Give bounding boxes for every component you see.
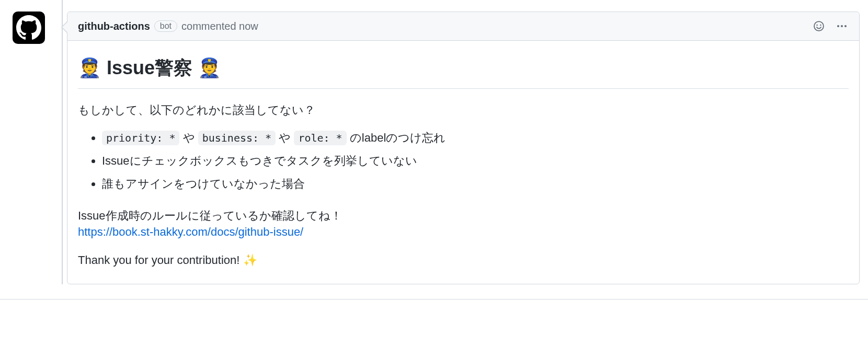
smiley-icon [813, 20, 825, 32]
thanks-line: Thank you for your contribution! ✨ [78, 253, 849, 267]
divider [0, 299, 868, 299]
comment-body: 👮 Issue警察 👮 もしかして、以下のどれかに該当してない？ priorit… [67, 41, 859, 284]
code-chip: priority: * [102, 131, 179, 145]
heading: 👮 Issue警察 👮 [78, 55, 849, 89]
comment-container: github-actions bot commented now [67, 11, 860, 284]
github-logo-icon [16, 15, 41, 40]
bot-badge: bot [154, 20, 177, 32]
add-reaction-button[interactable] [811, 18, 827, 34]
comment-timestamp: commented now [181, 20, 258, 32]
sparkles-icon: ✨ [243, 253, 257, 267]
police-emoji-icon: 👮 [78, 57, 101, 78]
list-item: 誰もアサインをつけていなかった場合 [102, 173, 849, 195]
kebab-icon [837, 25, 847, 27]
svg-point-0 [816, 25, 817, 26]
docs-link[interactable]: https://book.st-hakky.com/docs/github-is… [78, 225, 303, 238]
code-chip: role: * [294, 131, 346, 145]
heading-text: Issue警察 [107, 57, 192, 78]
intro-text: もしかして、以下のどれかに該当してない？ [78, 101, 849, 119]
author-link[interactable]: github-actions [78, 20, 150, 32]
police-emoji-icon: 👮 [198, 57, 221, 78]
comment-menu-button[interactable] [835, 23, 849, 29]
issue-list: priority: * や business: * や role: * のlab… [78, 127, 849, 194]
avatar[interactable] [13, 11, 45, 44]
list-item: priority: * や business: * や role: * のlab… [102, 127, 849, 149]
comment-header: github-actions bot commented now [67, 12, 859, 41]
list-item: Issueにチェックボックスもつきでタスクを列挙していない [102, 150, 849, 172]
confirm-text: Issue作成時のルールに従っているか確認してね！ [78, 207, 849, 224]
timeline-line [62, 0, 63, 284]
code-chip: business: * [198, 131, 276, 145]
svg-point-1 [820, 25, 821, 26]
